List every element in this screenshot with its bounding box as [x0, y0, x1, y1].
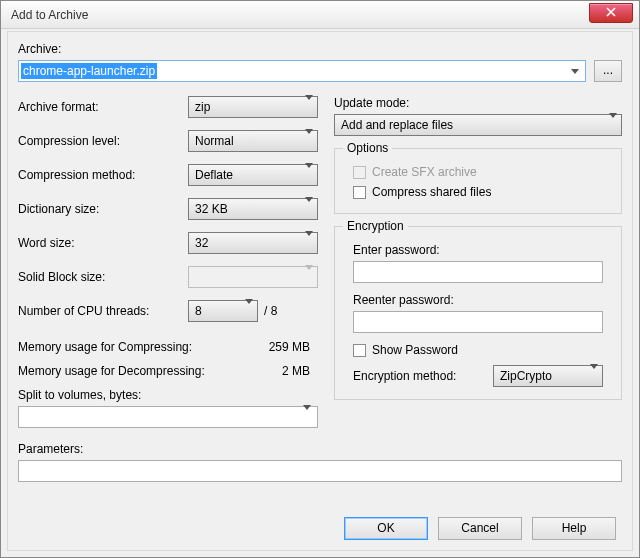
word-size-select[interactable]: 32: [188, 232, 318, 254]
close-button[interactable]: [589, 3, 633, 23]
chevron-down-icon: [305, 236, 313, 250]
archive-format-value: zip: [195, 100, 210, 114]
encryption-method-value: ZipCrypto: [500, 369, 552, 383]
cpu-threads-value: 8: [195, 304, 202, 318]
dictionary-size-value: 32 KB: [195, 202, 228, 216]
split-volumes-label: Split to volumes, bytes:: [18, 388, 318, 402]
left-column: Archive format: zip Compression level: N…: [18, 96, 318, 428]
chevron-down-icon: [305, 270, 313, 284]
solid-block-size-select: [188, 266, 318, 288]
chevron-down-icon: [567, 63, 583, 79]
cpu-threads-label: Number of CPU threads:: [18, 304, 188, 318]
right-column: Update mode: Add and replace files Optio…: [334, 96, 622, 428]
enter-password-input[interactable]: [353, 261, 603, 283]
archive-path-value: chrome-app-launcher.zip: [21, 63, 157, 79]
archive-format-select[interactable]: zip: [188, 96, 318, 118]
reenter-password-label: Reenter password:: [353, 293, 611, 307]
client-area: Archive: chrome-app-launcher.zip ... Arc…: [7, 31, 633, 551]
chevron-down-icon: [245, 304, 253, 318]
encryption-method-label: Encryption method:: [353, 369, 483, 383]
mem-decompress-value: 2 MB: [282, 364, 310, 378]
archive-label: Archive:: [18, 42, 622, 56]
help-button[interactable]: Help: [532, 517, 616, 540]
parameters-label: Parameters:: [18, 442, 622, 456]
encryption-group: Encryption Enter password: Reenter passw…: [334, 226, 622, 400]
update-mode-label: Update mode:: [334, 96, 622, 110]
create-sfx-label: Create SFX archive: [372, 165, 477, 179]
update-mode-select[interactable]: Add and replace files: [334, 114, 622, 136]
dictionary-size-label: Dictionary size:: [18, 202, 188, 216]
enter-password-label: Enter password:: [353, 243, 611, 257]
chevron-down-icon: [305, 202, 313, 216]
archive-format-label: Archive format:: [18, 100, 188, 114]
update-mode-value: Add and replace files: [341, 118, 453, 132]
cancel-button[interactable]: Cancel: [438, 517, 522, 540]
word-size-value: 32: [195, 236, 208, 250]
create-sfx-checkbox: [353, 166, 366, 179]
compression-level-select[interactable]: Normal: [188, 130, 318, 152]
ok-button[interactable]: OK: [344, 517, 428, 540]
chevron-down-icon: [305, 168, 313, 182]
mem-decompress-label: Memory usage for Decompressing:: [18, 364, 205, 378]
compression-method-label: Compression method:: [18, 168, 188, 182]
encryption-method-select[interactable]: ZipCrypto: [493, 365, 603, 387]
mem-compress-label: Memory usage for Compressing:: [18, 340, 192, 354]
split-volumes-combo[interactable]: [18, 406, 318, 428]
mem-compress-value: 259 MB: [269, 340, 310, 354]
parameters-input[interactable]: [18, 460, 622, 482]
compression-method-select[interactable]: Deflate: [188, 164, 318, 186]
window-title: Add to Archive: [11, 8, 88, 22]
titlebar: Add to Archive: [1, 1, 639, 29]
chevron-down-icon: [590, 369, 598, 383]
archive-path-combo[interactable]: chrome-app-launcher.zip: [18, 60, 586, 82]
cpu-threads-max: / 8: [264, 304, 277, 318]
options-legend: Options: [343, 141, 392, 155]
compression-level-value: Normal: [195, 134, 234, 148]
show-password-checkbox[interactable]: [353, 344, 366, 357]
chevron-down-icon: [303, 410, 311, 424]
encryption-legend: Encryption: [343, 219, 408, 233]
show-password-label: Show Password: [372, 343, 458, 357]
close-icon: [606, 6, 616, 20]
word-size-label: Word size:: [18, 236, 188, 250]
compress-shared-label: Compress shared files: [372, 185, 491, 199]
compression-method-value: Deflate: [195, 168, 233, 182]
dictionary-size-select[interactable]: 32 KB: [188, 198, 318, 220]
solid-block-size-label: Solid Block size:: [18, 270, 188, 284]
compression-level-label: Compression level:: [18, 134, 188, 148]
chevron-down-icon: [609, 118, 617, 132]
chevron-down-icon: [305, 100, 313, 114]
dialog-window: Add to Archive Archive: chrome-app-launc…: [0, 0, 640, 558]
browse-button[interactable]: ...: [594, 60, 622, 82]
compress-shared-checkbox[interactable]: [353, 186, 366, 199]
cpu-threads-select[interactable]: 8: [188, 300, 258, 322]
options-group: Options Create SFX archive Compress shar…: [334, 148, 622, 214]
reenter-password-input[interactable]: [353, 311, 603, 333]
chevron-down-icon: [305, 134, 313, 148]
